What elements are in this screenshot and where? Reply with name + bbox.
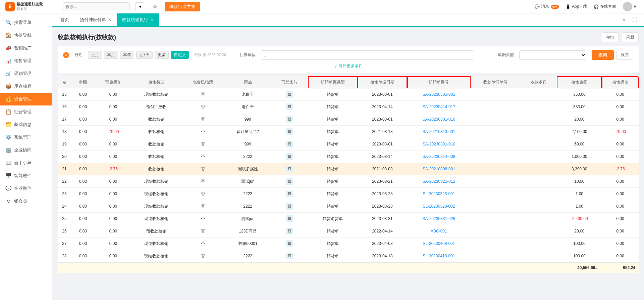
sidebar-item-inventory[interactable]: 📦 库存核算 xyxy=(0,80,52,93)
cell-writeoff-bill-date: 2023-04-18 xyxy=(358,250,407,263)
sidebar-item-search[interactable]: 🔍 搜索菜单 xyxy=(0,16,52,29)
cell-balance: 0.00 xyxy=(71,126,95,138)
bill-no-link[interactable]: SA-20230331-026 xyxy=(423,216,455,221)
bill-no-link[interactable]: SL-20230418-001 xyxy=(423,254,455,258)
bill-no-link[interactable]: SA-20210813-001 xyxy=(423,129,455,134)
table-row: 28 0.00 0.00 现结收款核销 否 2222 🖼 销货单 2023-04… xyxy=(58,250,639,263)
table-row: 26 0.00 0.00 预收款核销 否 123D商品 🖼 销货单 2022-0… xyxy=(58,225,639,238)
purchase-icon: 🛒 xyxy=(5,71,11,77)
filter-settings-button[interactable]: 设置 xyxy=(616,50,633,60)
dropdown-button[interactable]: ▼ xyxy=(135,2,145,11)
cell-writeoff-type: 现结收款核销 xyxy=(131,88,181,101)
date-more[interactable]: 更多 xyxy=(155,51,169,59)
cell-receipt-condition xyxy=(520,88,557,101)
sidebar-item-purchase[interactable]: 🛒 采购管理 xyxy=(0,67,52,80)
counterpart-label: 往来单位 xyxy=(239,52,256,58)
date-this-month[interactable]: 本月 xyxy=(104,51,118,59)
cell-row-num: 27 xyxy=(58,238,71,250)
sidebar-item-member[interactable]: V 畅会员 xyxy=(0,195,52,208)
cell-cash-discount: 0.00 xyxy=(95,175,131,188)
prepay-tab-close[interactable]: ✕ xyxy=(108,17,111,22)
footer-spacer xyxy=(58,262,557,273)
sidebar-item-hardware[interactable]: 🖥️ 智能硬件 xyxy=(0,169,52,182)
cell-goods-image: 🖼 xyxy=(271,250,308,263)
cell-row-num: 28 xyxy=(58,250,71,263)
sidebar-item-enterprise[interactable]: 🏢 企业协同 xyxy=(0,144,52,157)
bill-no-link[interactable]: SA-20230321-012 xyxy=(423,179,455,184)
message-item[interactable]: 💬 消息 99+ xyxy=(535,4,559,9)
cell-included: 否 xyxy=(181,88,224,101)
cell-writeoff-bill-type: 销货单 xyxy=(308,250,358,263)
sidebar-item-sales[interactable]: 📊 销售管理 xyxy=(0,54,52,67)
sidebar-item-basic[interactable]: 🗂️ 基础信息 xyxy=(0,118,52,131)
search-input[interactable] xyxy=(63,2,130,11)
sidebar-item-system[interactable]: ⚙️ 系统管理 xyxy=(0,131,52,144)
tab-collect[interactable]: 收款核销执行 ✕ xyxy=(117,13,159,27)
date-7days[interactable]: 近7天 xyxy=(136,51,153,59)
cell-writeoff-discount: 0.00 xyxy=(602,138,639,151)
bill-no-link[interactable]: ABC-001 xyxy=(431,229,447,233)
tab-prepay[interactable]: 预付冲应付单 ✕ xyxy=(74,13,117,27)
settings-icon[interactable]: ⚙ xyxy=(151,2,159,11)
sidebar-item-quicknav[interactable]: 🏠 快捷导航 xyxy=(0,29,52,42)
cell-writeoff-amount: 100.00 xyxy=(557,238,602,250)
main-content: 首页 预付冲应付单 ✕ 收款核销执行 ✕ ✕ ⛶ 收款核销执行(按收款) 导出 xyxy=(52,13,644,300)
cell-goods: 2222 xyxy=(224,250,271,263)
cell-receipt-order-no xyxy=(471,188,520,200)
cell-receipt-order-no xyxy=(471,225,520,238)
home-tab-label: 首页 xyxy=(60,17,69,23)
sidebar-label: 快捷导航 xyxy=(14,32,32,38)
sidebar-item-operations[interactable]: 📋 经营管理 xyxy=(0,105,52,118)
cell-writeoff-amount: 20.00 xyxy=(557,113,602,126)
user-area[interactable]: Rit xyxy=(623,2,639,11)
cell-included: 否 xyxy=(181,175,224,188)
sidebar-item-wechat[interactable]: 💬 企业微信 xyxy=(0,182,52,195)
cell-cash-discount: 0.00 xyxy=(95,101,131,113)
cell-writeoff-bill-type: 销货单 xyxy=(308,138,358,151)
industry-button[interactable]: 体验行业方案 xyxy=(165,2,200,11)
cell-writeoff-discount: 0.00 xyxy=(602,101,639,113)
refresh-button[interactable]: 刷新 xyxy=(622,32,639,42)
cell-writeoff-type: 收款核销 xyxy=(131,113,181,126)
collect-tab-close[interactable]: ✕ xyxy=(150,17,154,22)
sidebar-label: 采购管理 xyxy=(14,71,32,77)
cell-writeoff-amount: 333.00 xyxy=(557,101,602,113)
cell-writeoff-bill-date: 2023-03-01 xyxy=(358,138,407,151)
cell-row-num: 23 xyxy=(58,188,71,200)
sidebar-item-guide[interactable]: 📖 新手引导 xyxy=(0,157,52,169)
counterpart-input[interactable] xyxy=(261,50,474,60)
col-goods: 商品 xyxy=(224,76,271,88)
bill-no-link[interactable]: SL-20230328-002 xyxy=(423,204,455,209)
toggle-arrow[interactable]: » xyxy=(63,52,69,58)
app-download-item[interactable]: 📱 App下载 xyxy=(566,4,587,9)
expand-row: ∨ 展开更多条件 xyxy=(63,63,633,69)
online-service-item[interactable]: 🎧 在线客服 xyxy=(594,4,616,9)
date-custom[interactable]: 自定义 xyxy=(171,51,189,59)
cell-balance: 0.00 xyxy=(71,200,95,213)
date-this-year[interactable]: 本年 xyxy=(120,51,134,59)
bill-no-link[interactable]: SA-20230414-017 xyxy=(423,104,455,109)
bill-no-link[interactable]: SA-20210808-001 xyxy=(423,167,455,171)
close-window-icon[interactable]: ✕ xyxy=(620,16,628,24)
expand-button[interactable]: ∨ 展开更多条件 xyxy=(334,63,363,69)
tab-bar: 首页 预付冲应付单 ✕ 收款核销执行 ✕ ✕ ⛶ xyxy=(52,13,644,27)
sidebar-item-marketing[interactable]: 📣 营销推广 xyxy=(0,42,52,54)
bill-no-link[interactable]: SA-20230301-010 xyxy=(423,117,455,122)
bill-no-link[interactable]: SA-20230314-008 xyxy=(423,154,455,159)
sidebar-item-finance[interactable]: 💰 资金管理 xyxy=(0,93,52,105)
maximize-window-icon[interactable]: ⛶ xyxy=(631,16,639,24)
tab-home[interactable]: 首页 xyxy=(55,13,74,27)
sidebar-label: 资金管理 xyxy=(14,96,32,102)
bill-no-link[interactable]: SA-20230301-010 xyxy=(423,142,455,146)
cell-cash-discount: 0.00 xyxy=(95,250,131,263)
col-settings[interactable]: ⚙ xyxy=(58,76,71,88)
voucher-type-select[interactable] xyxy=(519,50,586,60)
chevron-down-icon: ∨ xyxy=(334,64,337,69)
table-row: 27 0.00 0.00 现结收款核销 否 衣服00001 🖼 销货单 2023… xyxy=(58,238,639,250)
query-button[interactable]: 查询 xyxy=(592,50,614,60)
export-button[interactable]: 导出 xyxy=(602,32,619,42)
bill-no-link[interactable]: SA-20230301-001 xyxy=(423,92,455,97)
bill-no-link[interactable]: SL-20230328-001 xyxy=(423,191,455,196)
bill-no-link[interactable]: SL-20230408-001 xyxy=(423,241,455,246)
date-last-month[interactable]: 上月 xyxy=(88,51,102,59)
